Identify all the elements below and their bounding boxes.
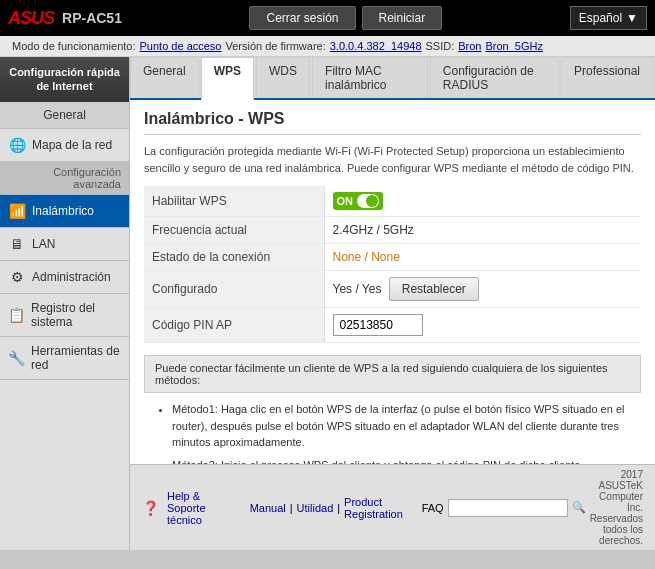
copyright: 2017 ASUSTeK Computer Inc. Reservados to… bbox=[590, 469, 643, 546]
connection-value: None / None bbox=[333, 250, 400, 264]
wireless-icon: 📶 bbox=[8, 202, 26, 220]
asus-logo: ASUS bbox=[8, 8, 54, 29]
tab-wps[interactable]: WPS bbox=[201, 57, 254, 100]
tab-mac-filter[interactable]: Filtro MAC inalámbrico bbox=[312, 57, 428, 98]
footer: ❓ Help & Soporte técnico Manual | Utilid… bbox=[130, 464, 655, 550]
tab-radius[interactable]: Configuración de RADIUS bbox=[430, 57, 559, 98]
search-input[interactable] bbox=[448, 499, 568, 517]
sidebar: Configuración rápida de Internet General… bbox=[0, 57, 130, 550]
content-area: Inalámbrico - WPS La configuración prote… bbox=[130, 100, 655, 464]
lan-icon: 🖥 bbox=[8, 235, 26, 253]
mode-link[interactable]: Punto de acceso bbox=[140, 40, 222, 52]
content-description: La configuración protegida mediante Wi-F… bbox=[144, 143, 641, 176]
frequency-label: Frecuencia actual bbox=[144, 217, 324, 244]
pin-input[interactable] bbox=[333, 314, 423, 336]
wps-toggle[interactable]: ON bbox=[333, 192, 384, 210]
quick-config-label: Configuración rápida de Internet bbox=[8, 65, 121, 94]
version-label: Versión de firmware: bbox=[225, 40, 325, 52]
table-row-frequency: Frecuencia actual 2.4GHz / 5GHz bbox=[144, 217, 641, 244]
language-label: Español bbox=[579, 11, 622, 25]
help-icon: ❓ bbox=[142, 500, 159, 516]
sidebar-item-tools[interactable]: 🔧 Herramientas de red bbox=[0, 337, 129, 380]
sidebar-item-general-top[interactable]: General bbox=[0, 102, 129, 129]
network-map-icon: 🌐 bbox=[8, 136, 26, 154]
methods-content: Método1: Haga clic en el botón WPS de la… bbox=[144, 401, 641, 464]
table-row-pin: Código PIN AP bbox=[144, 308, 641, 343]
table-row-configured: Configurado Yes / Yes Restablecer bbox=[144, 271, 641, 308]
product-registration-link[interactable]: Product Registration bbox=[344, 496, 407, 520]
search-icon[interactable]: 🔍 bbox=[572, 501, 586, 514]
mode-label: Modo de funcionamiento: bbox=[12, 40, 136, 52]
firmware-bar: Modo de funcionamiento: Punto de acceso … bbox=[0, 36, 655, 57]
utility-link[interactable]: Utilidad bbox=[297, 502, 334, 514]
restart-button[interactable]: Reiniciar bbox=[362, 6, 443, 30]
faq-label: FAQ bbox=[422, 502, 444, 514]
chevron-down-icon: ▼ bbox=[626, 11, 638, 25]
ssid2-link[interactable]: Bron_5GHz bbox=[486, 40, 543, 52]
wireless-label: Inalámbrico bbox=[32, 204, 94, 218]
manual-link[interactable]: Manual bbox=[250, 502, 286, 514]
system-log-label: Registro del sistema bbox=[31, 301, 121, 329]
help-support-link[interactable]: Help & Soporte técnico bbox=[167, 490, 239, 526]
sidebar-item-wireless[interactable]: 📶 Inalámbrico bbox=[0, 195, 129, 228]
sidebar-item-lan[interactable]: 🖥 LAN bbox=[0, 228, 129, 261]
admin-icon: ⚙ bbox=[8, 268, 26, 286]
pin-label: Código PIN AP bbox=[144, 308, 324, 343]
admin-label: Administración bbox=[32, 270, 111, 284]
advanced-config-label: Configuración avanzada bbox=[0, 162, 129, 195]
table-row-enable-wps: Habilitar WPS ON bbox=[144, 186, 641, 217]
toggle-knob bbox=[366, 195, 378, 207]
methods-bar: Puede conectar fácilmente un cliente de … bbox=[144, 355, 641, 393]
network-map-label: Mapa de la red bbox=[32, 138, 112, 152]
table-row-connection: Estado de la conexión None / None bbox=[144, 244, 641, 271]
method1-item: Método1: Haga clic en el botón WPS de la… bbox=[172, 401, 633, 451]
frequency-value: 2.4GHz / 5GHz bbox=[324, 217, 641, 244]
sidebar-item-system-log[interactable]: 📋 Registro del sistema bbox=[0, 294, 129, 337]
model-name: RP-AC51 bbox=[62, 10, 122, 26]
header: ASUS RP-AC51 Cerrar sesión Reiniciar Esp… bbox=[0, 0, 655, 36]
configured-value: Yes / Yes bbox=[333, 282, 382, 296]
system-log-icon: 📋 bbox=[8, 306, 25, 324]
tools-icon: 🔧 bbox=[8, 349, 25, 367]
tools-label: Herramientas de red bbox=[31, 344, 121, 372]
page-title: Inalámbrico - WPS bbox=[144, 110, 641, 135]
lan-label: LAN bbox=[32, 237, 55, 251]
toggle-slider bbox=[357, 194, 379, 208]
tab-general[interactable]: General bbox=[130, 57, 199, 98]
language-selector[interactable]: Español ▼ bbox=[570, 6, 647, 30]
connection-label: Estado de la conexión bbox=[144, 244, 324, 271]
sidebar-item-admin[interactable]: ⚙ Administración bbox=[0, 261, 129, 294]
settings-table: Habilitar WPS ON Frecuencia actual 2.4GH… bbox=[144, 186, 641, 343]
tab-professional[interactable]: Professional bbox=[561, 57, 653, 98]
ssid1-link[interactable]: Bron bbox=[458, 40, 481, 52]
enable-wps-label: Habilitar WPS bbox=[144, 186, 324, 217]
sidebar-item-network-map[interactable]: 🌐 Mapa de la red bbox=[0, 129, 129, 162]
footer-search: 🔍 bbox=[448, 499, 586, 517]
main-content: General WPS WDS Filtro MAC inalámbrico C… bbox=[130, 57, 655, 550]
tab-wds[interactable]: WDS bbox=[256, 57, 310, 98]
logout-button[interactable]: Cerrar sesión bbox=[249, 6, 355, 30]
restore-button[interactable]: Restablecer bbox=[389, 277, 479, 301]
tab-bar: General WPS WDS Filtro MAC inalámbrico C… bbox=[130, 57, 655, 100]
sidebar-quick-config[interactable]: Configuración rápida de Internet bbox=[0, 57, 129, 102]
ssid-label: SSID: bbox=[426, 40, 455, 52]
toggle-on-label: ON bbox=[337, 195, 354, 207]
version-link[interactable]: 3.0.0.4.382_14948 bbox=[330, 40, 422, 52]
method2-item: Método2: Inicie el proceso WPS del clien… bbox=[172, 457, 633, 465]
main-layout: Configuración rápida de Internet General… bbox=[0, 57, 655, 550]
configured-label: Configurado bbox=[144, 271, 324, 308]
